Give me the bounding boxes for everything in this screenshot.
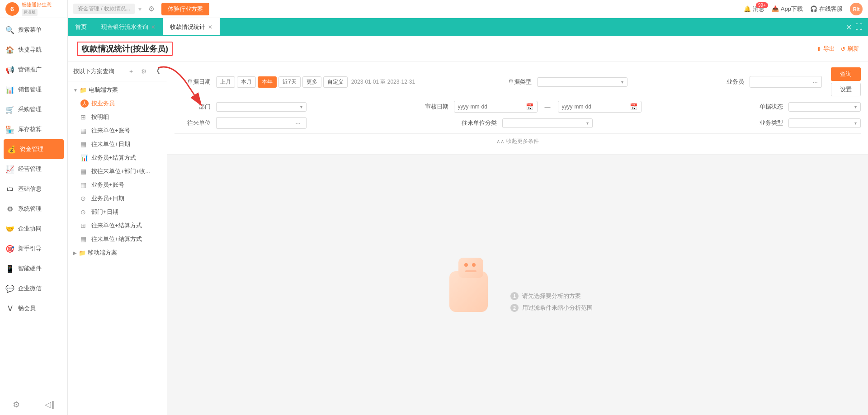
sidebar-item-search[interactable]: 🔍 搜索菜单: [0, 20, 67, 40]
app-edition: 标准版: [22, 9, 38, 16]
window-expand-icon[interactable]: ⛶: [855, 23, 863, 31]
dept-label: 部门: [175, 103, 211, 111]
sidebar-item-member[interactable]: Ⅴ 畅会员: [0, 298, 67, 318]
top-bar: 资金管理 / 收款情况... ▾ ⚙ 体验行业方案 🔔 消息 99+ 📥 App…: [68, 0, 868, 18]
sidebar-item-marketing[interactable]: 📢 营销推广: [0, 60, 67, 80]
right-panel: 单据日期 上月 本月 本年 近7天 更多 自定义 2023-01-01 至 20…: [167, 62, 868, 415]
sidebar-item-purchase[interactable]: 🛒 采购管理: [0, 99, 67, 119]
dept-select[interactable]: ▾: [216, 102, 307, 112]
scheme-item-detail[interactable]: ⊞ 按明细: [68, 110, 167, 124]
tab-receipt-stats[interactable]: 收款情况统计 ✕: [163, 18, 220, 36]
salesperson-label: 业务员: [708, 78, 744, 86]
sidebar-item-quicknav[interactable]: 🏠 快捷导航: [0, 40, 67, 60]
collapse-sidebar-icon[interactable]: ◁∥: [41, 398, 59, 411]
scheme-group-desktop-title[interactable]: ▼ 📁 电脑端方案: [68, 83, 167, 97]
scheme-item-by-salesperson[interactable]: 人 按业务员: [68, 97, 167, 110]
page-actions: ⬆ 导出 ↺ 刷新: [816, 45, 859, 53]
tip-num-1: 1: [510, 292, 519, 300]
online-service-button[interactable]: 🎧 在线客服: [810, 5, 843, 13]
breadcrumb-arrow-icon: ▾: [138, 5, 142, 13]
date-btn-last-month[interactable]: 上月: [216, 76, 235, 88]
sidebar-item-operations[interactable]: 📈 经营管理: [0, 159, 67, 179]
calendar-icon-2[interactable]: 📅: [630, 103, 637, 110]
tab-close-receipt-stats[interactable]: ✕: [208, 24, 212, 30]
dept-arrow-icon: ▾: [300, 104, 302, 109]
clock-icon-2: ⊙: [80, 208, 89, 216]
scheme-item-partner-date[interactable]: ▦ 往来单位+日期: [68, 137, 167, 151]
scheme-item-partner-payment-1[interactable]: ⊞ 往来单位+结算方式: [68, 219, 167, 232]
date-label: 单据日期: [175, 78, 211, 86]
date-btn-custom[interactable]: 自定义: [323, 76, 348, 88]
sidebar-item-enterprise[interactable]: 🤝 企业协同: [0, 219, 67, 239]
partner-category-select[interactable]: ▾: [502, 118, 593, 128]
window-close-icon[interactable]: ✕: [846, 23, 852, 32]
group-expand-icon: ▼: [73, 88, 78, 93]
wechat-icon: 💬: [5, 284, 14, 293]
robot-head: [458, 258, 483, 278]
clock-icon-1: ⊙: [80, 195, 89, 202]
date-btn-more[interactable]: 更多: [302, 76, 321, 88]
salesperson-dots[interactable]: ···: [812, 78, 818, 85]
tab-close-bank-flow[interactable]: ✕: [151, 24, 156, 30]
table-icon-3: ▦: [80, 168, 89, 175]
breadcrumb[interactable]: 资金管理 / 收款情况...: [73, 4, 135, 14]
scheme-item-partner-dept[interactable]: ▦ 按往来单位+部门+收...: [68, 165, 167, 178]
scheme-item-dept-date[interactable]: ⊙ 部门+日期: [68, 205, 167, 219]
business-type-select[interactable]: ▾: [788, 118, 861, 128]
sidebar-item-hardware[interactable]: 📱 智能硬件: [0, 259, 67, 278]
review-date-from[interactable]: 📅: [454, 101, 538, 113]
scheme-item-partner-payment-2[interactable]: ▦ 往来单位+结算方式: [68, 232, 167, 246]
doc-type-select[interactable]: ▾: [537, 77, 627, 87]
member-icon: Ⅴ: [5, 304, 14, 313]
tab-home[interactable]: 首页: [68, 18, 94, 36]
tab-bank-flow[interactable]: 现金银行流水查询 ✕: [94, 18, 163, 36]
salesperson-select[interactable]: ···: [750, 76, 822, 88]
hardware-icon: 📱: [5, 264, 14, 273]
refresh-button[interactable]: ↺ 刷新: [840, 45, 859, 53]
scheme-item-salesperson-date[interactable]: ⊙ 业务员+日期: [68, 192, 167, 205]
home-icon: 🏠: [5, 46, 14, 54]
trial-button[interactable]: 体验行业方案: [161, 3, 209, 15]
date-btn-this-month[interactable]: 本月: [237, 76, 256, 88]
sidebar-item-basic[interactable]: 🗂 基础信息: [0, 179, 67, 199]
calendar-icon-1[interactable]: 📅: [526, 103, 533, 110]
setting-button[interactable]: 设置: [831, 83, 861, 96]
sidebar-item-sales[interactable]: 📊 销售管理: [0, 80, 67, 99]
folder-icon: 📁: [80, 87, 87, 94]
scheme-setting-button[interactable]: ⚙: [139, 66, 149, 76]
app-download-button[interactable]: 📥 App下载: [772, 5, 803, 13]
scheme-add-button[interactable]: +: [126, 66, 136, 76]
review-date-to[interactable]: 📅: [558, 101, 642, 113]
doc-status-select[interactable]: ▾: [788, 102, 861, 112]
date-btn-7days[interactable]: 近7天: [278, 76, 301, 88]
date-btn-this-year[interactable]: 本年: [258, 76, 277, 88]
settings-icon[interactable]: ⚙: [145, 3, 158, 15]
query-button[interactable]: 查询: [831, 67, 861, 81]
tip-item-2: 2 用过滤条件来缩小分析范围: [510, 304, 593, 312]
table-icon-5: ▦: [80, 236, 89, 243]
sidebar-item-guide[interactable]: 🎯 新手引导: [0, 239, 67, 259]
partner-select[interactable]: ···: [216, 117, 307, 129]
settings-gear-icon[interactable]: ⚙: [9, 398, 24, 411]
scheme-item-salesperson-payment[interactable]: 📊 业务员+结算方式: [68, 151, 167, 165]
page-header: 收款情况统计(按业务员) ⬆ 导出 ↺ 刷新: [68, 36, 868, 62]
empty-illustration: [443, 258, 501, 312]
user-avatar[interactable]: Rit: [850, 3, 863, 15]
sidebar-item-finance[interactable]: 💰 资金管理: [4, 139, 64, 159]
scheme-item-salesperson-account[interactable]: ▦ 业务员+账号: [68, 178, 167, 192]
scheme-group-mobile-title[interactable]: ▶ 📁 移动端方案: [68, 246, 167, 259]
page-title: 收款情况统计(按业务员): [77, 42, 173, 56]
scheme-item-partner-account[interactable]: ▦ 往来单位+账号: [68, 124, 167, 137]
sidebar-item-wechat[interactable]: 💬 企业微信: [0, 278, 67, 298]
collapse-more-button[interactable]: ∧∧ 收起更多条件: [175, 133, 861, 149]
grid-icon: ⊞: [80, 113, 89, 121]
partner-dots[interactable]: ···: [295, 119, 301, 127]
message-button[interactable]: 🔔 消息 99+: [744, 5, 764, 13]
scheme-collapse-button[interactable]: 《: [151, 66, 161, 76]
sidebar-item-inventory[interactable]: 🏪 库存核算: [0, 119, 67, 139]
sidebar-item-system[interactable]: ⚙ 系统管理: [0, 199, 67, 219]
partner-category-arrow-icon: ▾: [586, 121, 589, 126]
export-button[interactable]: ⬆ 导出: [816, 45, 835, 53]
scheme-list: ▼ 📁 电脑端方案 人 按业务员 ⊞ 按明细: [68, 81, 167, 415]
app-logo-icon: 6: [5, 2, 19, 16]
